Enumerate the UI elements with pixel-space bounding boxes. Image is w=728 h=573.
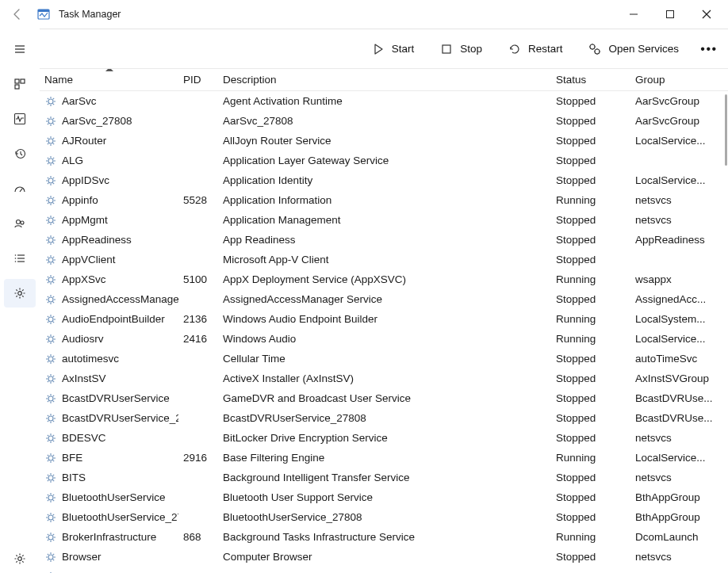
table-row[interactable]: AarSvc_27808AarSvc_27808StoppedAarSvcGro… [40, 111, 728, 131]
service-group [630, 151, 728, 170]
nav-performance[interactable] [4, 105, 36, 133]
more-button[interactable]: ••• [699, 42, 718, 56]
service-pid [178, 289, 218, 309]
gauge-icon [13, 182, 26, 195]
nav-app-history[interactable] [4, 139, 36, 168]
service-description: BluetoothUserService_27808 [218, 507, 551, 527]
service-name: BluetoothUserService [62, 489, 166, 506]
services-table-wrapper[interactable]: Name PID Description Status Group AarSvc… [40, 68, 728, 573]
service-description: Base Filtering Engine [218, 448, 551, 468]
table-row[interactable]: BrokerInfrastructure868Background Tasks … [40, 527, 728, 547]
table-row[interactable]: BDESVCBitLocker Drive Encryption Service… [40, 428, 728, 448]
services-table: Name PID Description Status Group AarSvc… [40, 69, 728, 573]
nav-settings[interactable] [4, 544, 36, 573]
service-name: AarSvc [62, 93, 97, 109]
service-gear-icon [44, 452, 57, 464]
table-row[interactable]: AppMgmtApplication ManagementStoppednets… [40, 210, 728, 230]
back-button[interactable] [6, 3, 29, 25]
service-name: AppReadiness [62, 231, 132, 248]
table-row[interactable]: AarSvcAgent Activation RuntimeStoppedAar… [40, 91, 728, 112]
service-status: Stopped [551, 131, 630, 151]
stop-icon [439, 42, 454, 56]
service-group: LocalService... [630, 567, 728, 573]
stop-button[interactable]: Stop [435, 39, 487, 59]
service-gear-icon [44, 115, 57, 128]
grid-icon [13, 78, 26, 90]
open-services-button[interactable]: Open Services [583, 39, 684, 59]
service-name: ALG [62, 152, 83, 169]
table-row[interactable]: BITSBackground Intelligent Transfer Serv… [40, 468, 728, 487]
table-row[interactable]: BcastDVRUserService_27...BcastDVRUserSer… [40, 408, 728, 428]
service-description: BitLocker Drive Encryption Service [218, 428, 551, 448]
table-row[interactable]: AppReadinessApp ReadinessStoppedAppReadi… [40, 230, 728, 250]
service-gear-icon [44, 472, 57, 484]
col-pid[interactable]: PID [178, 69, 218, 91]
service-description: Application Information [218, 190, 551, 210]
table-row[interactable]: AppIDSvcApplication IdentityStoppedLocal… [40, 170, 728, 190]
nav-services[interactable] [4, 279, 36, 308]
table-row[interactable]: AppVClientMicrosoft App-V ClientStopped [40, 250, 728, 269]
col-status[interactable]: Status [551, 69, 630, 91]
close-button[interactable] [688, 2, 725, 27]
svg-point-42 [48, 376, 53, 381]
table-row[interactable]: Audiosrv2416Windows AudioRunningLocalSer… [40, 329, 728, 349]
table-row[interactable]: AxInstSVActiveX Installer (AxInstSV)Stop… [40, 369, 728, 388]
service-group: LocalSystem... [630, 309, 728, 329]
maximize-button[interactable] [652, 2, 688, 27]
scrollbar[interactable] [722, 69, 728, 573]
col-group[interactable]: Group [630, 69, 728, 91]
service-description: AppX Deployment Service (AppXSVC) [218, 269, 551, 289]
table-row[interactable]: BTAGService1188Bluetooth Audio Gateway S… [40, 567, 728, 573]
table-row[interactable]: BcastDVRUserServiceGameDVR and Broadcast… [40, 388, 728, 408]
pulse-icon [13, 113, 26, 125]
nav-users[interactable] [4, 209, 36, 238]
table-row[interactable]: AJRouterAllJoyn Router ServiceStoppedLoc… [40, 131, 728, 151]
table-row[interactable]: BFE2916Base Filtering EngineRunningLocal… [40, 448, 728, 468]
service-description: BcastDVRUserService_27808 [218, 408, 551, 428]
service-name: AarSvc_27808 [62, 113, 132, 129]
service-status: Stopped [551, 210, 630, 230]
service-status: Stopped [551, 547, 630, 567]
start-button[interactable]: Start [366, 39, 420, 59]
table-row[interactable]: BluetoothUserServiceBluetooth User Suppo… [40, 487, 728, 507]
service-gear-icon [44, 333, 57, 346]
service-gear-icon [44, 392, 57, 405]
nav-startup[interactable] [4, 174, 36, 203]
col-name[interactable]: Name [40, 69, 178, 91]
table-row[interactable]: AudioEndpointBuilder2136Windows Audio En… [40, 309, 728, 329]
service-gear-icon [44, 135, 57, 147]
nav-processes[interactable] [4, 70, 36, 98]
service-description: App Readiness [218, 230, 551, 250]
table-row[interactable]: BrowserComputer BrowserStoppednetsvcs [40, 547, 728, 567]
service-name: BDESVC [62, 430, 106, 446]
service-status: Stopped [551, 388, 630, 408]
table-row[interactable]: ALGApplication Layer Gateway ServiceStop… [40, 151, 728, 170]
service-pid [178, 369, 218, 388]
minimize-button[interactable] [615, 2, 652, 27]
table-row[interactable]: BluetoothUserService_27...BluetoothUserS… [40, 507, 728, 527]
col-description[interactable]: Description [218, 69, 551, 91]
table-row[interactable]: Appinfo5528Application InformationRunnin… [40, 190, 728, 210]
services-icon [588, 42, 602, 56]
svg-point-36 [48, 258, 53, 262]
nav-details[interactable] [4, 244, 36, 273]
minimize-icon [629, 10, 638, 19]
service-name: AppIDSvc [62, 172, 109, 189]
nav-menu-button[interactable] [4, 35, 36, 63]
service-gear-icon [44, 155, 57, 167]
service-gear-icon [44, 511, 57, 524]
table-row[interactable]: AssignedAccessManager...AssignedAccessMa… [40, 289, 728, 309]
service-group: DcomLaunch [630, 527, 728, 547]
svg-point-28 [48, 99, 53, 104]
svg-rect-25 [443, 45, 450, 53]
arrow-left-icon [11, 8, 24, 21]
service-pid: 2416 [178, 329, 218, 349]
service-status: Stopped [551, 170, 630, 190]
sidebar [0, 29, 40, 573]
table-row[interactable]: AppXSvc5100AppX Deployment Service (AppX… [40, 269, 728, 289]
svg-point-24 [18, 557, 22, 561]
restart-button[interactable]: Restart [503, 39, 568, 59]
service-description: Microsoft App-V Client [218, 250, 551, 269]
table-row[interactable]: autotimesvcCellular TimeStoppedautoTimeS… [40, 349, 728, 369]
service-group: BthAppGroup [630, 507, 728, 527]
